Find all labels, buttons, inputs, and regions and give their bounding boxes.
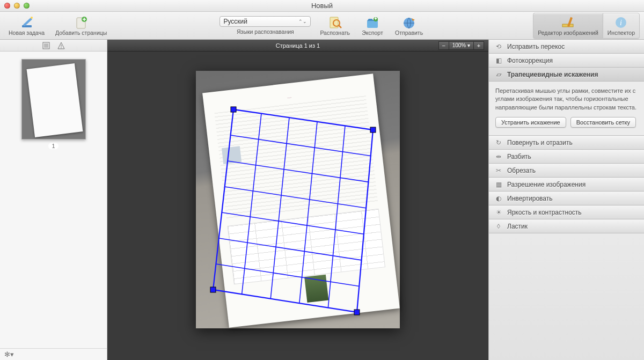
tool-deskew[interactable]: ⟲ Исправить перекос (489, 40, 644, 54)
rotate-icon: ↻ (494, 138, 503, 147)
info-icon: i (614, 16, 628, 30)
send-label: Отправить (395, 30, 423, 36)
gear-icon[interactable]: ✻▾ (4, 350, 14, 358)
image-editor-label: Редактор изображений (538, 30, 598, 36)
trapezoid-help-text: Перетаскивая мышью углы рамки, совместит… (495, 87, 638, 112)
sidebar-footer: ✻▾ (0, 348, 107, 360)
language-selected: Русский (223, 18, 247, 25)
add-pages-button[interactable]: Добавить страницы (51, 13, 111, 39)
page-indicator: Страница 1 из 1 (276, 42, 320, 49)
svg-point-2 (31, 17, 33, 19)
new-task-label: Новая задача (9, 30, 45, 36)
chevron-updown-icon: ⌃⌄ (298, 19, 307, 24)
svg-rect-0 (22, 25, 32, 27)
main-area: 1 ✻▾ Страница 1 из 1 − 100% ▾ + — (0, 40, 644, 360)
recognize-button[interactable]: Распознать (316, 13, 354, 39)
tool-split[interactable]: ⇹ Разбить (489, 150, 644, 164)
window-titlebar: Новый (0, 0, 644, 12)
tool-resolution[interactable]: ▦ Разрешение изображения (489, 178, 644, 192)
add-pages-label: Добавить страницы (55, 30, 107, 36)
zoom-control: − 100% ▾ + (438, 41, 484, 50)
inspector-toggle[interactable]: i Инспектор (603, 13, 640, 39)
inspector-label: Инспектор (608, 30, 635, 36)
tool-crop[interactable]: ✂ Обрезать (489, 164, 644, 178)
resolution-icon: ▦ (494, 180, 503, 189)
tool-rotate-flip[interactable]: ↻ Повернуть и отразить (489, 136, 644, 150)
language-label: Языки распознавания (237, 28, 294, 35)
add-page-icon (74, 16, 88, 30)
sidebar-view-tabs (0, 40, 107, 52)
warnings-tab[interactable] (57, 41, 65, 50)
window-title: Новый (0, 2, 644, 10)
tool-photo-correction[interactable]: ◧ Фотокоррекция (489, 54, 644, 68)
recognize-label: Распознать (320, 30, 350, 36)
deskew-icon: ⟲ (494, 42, 503, 51)
ruler-pencil-icon (561, 16, 575, 30)
export-label: Экспорт (362, 30, 383, 36)
camera-icon: ◧ (494, 56, 503, 65)
thumbnail-number: 1 (48, 143, 58, 149)
right-mode-segment: Редактор изображений i Инспектор (533, 13, 640, 39)
svg-point-18 (61, 47, 62, 48)
trapezoid-panel-body: Перетаскивая мышью углы рамки, совместит… (489, 82, 644, 136)
page-thumbnail[interactable] (21, 59, 86, 139)
viewer-header: Страница 1 из 1 − 100% ▾ + (107, 40, 488, 52)
image-viewer: Страница 1 из 1 − 100% ▾ + — (107, 40, 488, 360)
crop-icon: ✂ (494, 166, 503, 175)
language-group: Русский ⌃⌄ Языки распознавания (217, 16, 313, 35)
invert-icon: ◐ (494, 194, 503, 203)
svg-rect-15 (44, 43, 48, 48)
image-editor-toggle[interactable]: Редактор изображений (533, 13, 603, 39)
reset-grid-button[interactable]: Восстановить сетку (570, 117, 636, 128)
wand-icon (20, 16, 34, 30)
thumbnails-tab[interactable] (42, 41, 50, 50)
svg-marker-1 (23, 18, 32, 26)
canvas-area[interactable]: — (107, 52, 488, 360)
svg-text:i: i (620, 19, 622, 27)
thumbnail-list: 1 (0, 52, 107, 348)
split-icon: ⇹ (494, 152, 503, 161)
zoom-in-button[interactable]: + (473, 41, 484, 50)
tool-brightness-contrast[interactable]: ☀ Яркость и контрастность (489, 205, 644, 219)
magnifier-page-icon (328, 16, 342, 30)
globe-send-icon (402, 16, 416, 30)
folder-export-icon (365, 16, 379, 30)
editor-tools-panel: ⟲ Исправить перекос ◧ Фотокоррекция ▱ Тр… (488, 40, 644, 360)
tool-eraser[interactable]: ◊ Ластик (489, 219, 644, 233)
new-task-button[interactable]: Новая задача (4, 13, 49, 39)
eraser-icon: ◊ (494, 222, 503, 231)
svg-line-7 (339, 25, 341, 28)
main-toolbar: Новая задача Добавить страницы Русский ⌃… (0, 12, 644, 40)
pages-sidebar: 1 ✻▾ (0, 40, 107, 360)
export-button[interactable]: Экспорт (356, 13, 389, 39)
apply-distortion-button[interactable]: Устранить искажение (495, 117, 566, 128)
panel-empty-area (489, 233, 644, 360)
page-preview: — (196, 71, 400, 328)
language-select[interactable]: Русский ⌃⌄ (219, 16, 311, 27)
send-button[interactable]: Отправить (391, 13, 427, 39)
brightness-icon: ☀ (494, 208, 503, 217)
zoom-value[interactable]: 100% ▾ (449, 41, 473, 50)
trapezoid-icon: ▱ (494, 70, 503, 79)
zoom-out-button[interactable]: − (438, 41, 449, 50)
tool-invert[interactable]: ◐ Инвертировать (489, 192, 644, 205)
tool-trapezoid[interactable]: ▱ Трапециевидные искажения (489, 68, 644, 82)
